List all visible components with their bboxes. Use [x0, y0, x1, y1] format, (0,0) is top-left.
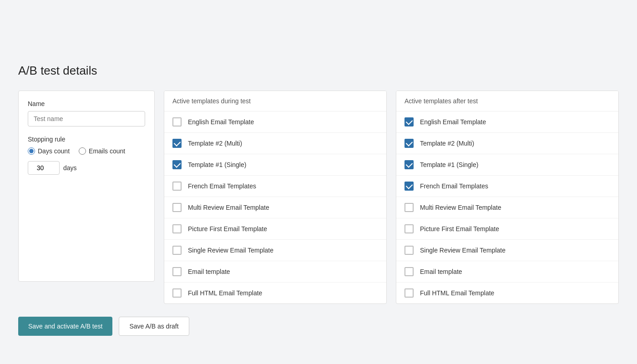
template-name: Email template	[420, 268, 462, 275]
save-draft-button[interactable]: Save A/B as draft	[119, 317, 189, 336]
template-checkbox[interactable]	[404, 267, 414, 276]
template-item[interactable]: Email template	[164, 261, 386, 283]
template-name: Multi Review Email Template	[188, 204, 269, 211]
save-activate-button[interactable]: Save and activate A/B test	[18, 317, 112, 336]
template-checkbox[interactable]	[172, 182, 182, 191]
radio-days-count[interactable]: Days count	[28, 147, 70, 155]
template-item[interactable]: Picture First Email Template	[164, 218, 386, 240]
template-name: English Email Template	[188, 118, 254, 126]
template-checkbox[interactable]	[404, 139, 414, 148]
radio-group: Days count Emails count	[28, 147, 145, 155]
template-checkbox[interactable]	[404, 246, 414, 255]
template-checkbox[interactable]	[172, 160, 182, 169]
template-name: Multi Review Email Template	[420, 204, 501, 211]
template-checkbox[interactable]	[172, 139, 182, 148]
radio-days-label: Days count	[38, 147, 70, 155]
main-layout: Name Stopping rule Days count Emails cou…	[18, 91, 619, 304]
days-input-row: days	[28, 161, 145, 175]
template-checkbox[interactable]	[172, 288, 182, 298]
template-name: Template #2 (Multi)	[420, 140, 474, 147]
template-item[interactable]: Template #2 (Multi)	[396, 133, 618, 154]
name-label: Name	[28, 100, 145, 107]
active-after-list: English Email TemplateTemplate #2 (Multi…	[396, 111, 618, 303]
template-item[interactable]: Multi Review Email Template	[396, 197, 618, 218]
template-checkbox[interactable]	[172, 117, 182, 126]
active-during-title: Active templates during test	[164, 91, 386, 111]
template-name: Single Review Email Template	[420, 247, 506, 254]
template-name: Template #2 (Multi)	[188, 140, 242, 147]
template-item[interactable]: French Email Templates	[164, 176, 386, 197]
template-name: French Email Templates	[188, 182, 256, 190]
template-checkbox[interactable]	[172, 224, 182, 233]
template-item[interactable]: Picture First Email Template	[396, 218, 618, 240]
template-item[interactable]: French Email Templates	[396, 176, 618, 197]
template-name: Picture First Email Template	[420, 225, 499, 233]
test-name-input[interactable]	[28, 111, 145, 126]
days-unit: days	[63, 164, 77, 172]
template-checkbox[interactable]	[404, 288, 414, 298]
template-name: Single Review Email Template	[188, 247, 273, 254]
template-item[interactable]: English Email Template	[164, 111, 386, 133]
stopping-rule-label: Stopping rule	[28, 136, 145, 143]
template-name: Full HTML Email Template	[188, 289, 262, 297]
template-checkbox[interactable]	[172, 203, 182, 212]
template-item[interactable]: Template #2 (Multi)	[164, 133, 386, 154]
template-item[interactable]: Single Review Email Template	[164, 240, 386, 261]
page-title: A/B test details	[18, 64, 619, 78]
active-after-title: Active templates after test	[396, 91, 618, 111]
radio-emails-label: Emails count	[89, 147, 125, 155]
template-item[interactable]: Full HTML Email Template	[396, 283, 618, 303]
template-name: Full HTML Email Template	[420, 289, 494, 297]
stopping-rule-section: Stopping rule Days count Emails count da…	[28, 136, 145, 175]
template-checkbox[interactable]	[404, 117, 414, 126]
template-checkbox[interactable]	[404, 224, 414, 233]
template-name: Email template	[188, 268, 230, 275]
template-name: Template #1 (Single)	[420, 161, 478, 168]
template-name: Template #1 (Single)	[188, 161, 246, 168]
template-name: French Email Templates	[420, 182, 488, 190]
template-item[interactable]: Single Review Email Template	[396, 240, 618, 261]
template-checkbox[interactable]	[172, 246, 182, 255]
active-during-list: English Email TemplateTemplate #2 (Multi…	[164, 111, 386, 303]
active-after-panel: Active templates after test English Emai…	[396, 91, 619, 304]
template-item[interactable]: Template #1 (Single)	[164, 154, 386, 176]
days-number-input[interactable]	[28, 161, 60, 175]
template-item[interactable]: Template #1 (Single)	[396, 154, 618, 176]
template-item[interactable]: English Email Template	[396, 111, 618, 133]
template-item[interactable]: Email template	[396, 261, 618, 283]
template-checkbox[interactable]	[172, 267, 182, 276]
template-item[interactable]: Full HTML Email Template	[164, 283, 386, 303]
template-checkbox[interactable]	[404, 203, 414, 212]
buttons-row: Save and activate A/B test Save A/B as d…	[18, 317, 619, 336]
template-name: English Email Template	[420, 118, 486, 126]
radio-emails-count[interactable]: Emails count	[79, 147, 125, 155]
active-during-panel: Active templates during test English Ema…	[164, 91, 387, 304]
left-panel: Name Stopping rule Days count Emails cou…	[18, 91, 155, 282]
template-checkbox[interactable]	[404, 160, 414, 169]
template-checkbox[interactable]	[404, 182, 414, 191]
template-name: Picture First Email Template	[188, 225, 267, 233]
template-item[interactable]: Multi Review Email Template	[164, 197, 386, 218]
